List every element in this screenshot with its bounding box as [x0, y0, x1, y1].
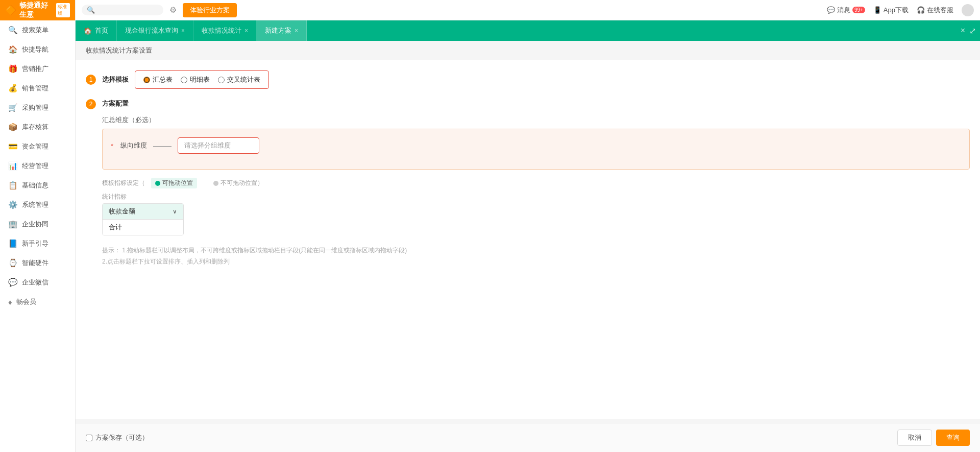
sidebar-item-basic-info[interactable]: 📋基础信息 [0, 176, 75, 195]
tab-new-plan-close[interactable]: × [295, 27, 298, 34]
radio-summary[interactable]: 汇总表 [143, 75, 173, 84]
finance-icon: 💳 [8, 142, 18, 151]
query-button[interactable]: 查询 [936, 430, 970, 446]
tab-bank-flow[interactable]: 现金银行流水查询 × [117, 20, 193, 41]
message-label: 消息 [837, 6, 850, 15]
sidebar-item-system[interactable]: ⚙️系统管理 [0, 195, 75, 215]
industry-plan-button[interactable]: 体验行业方案 [183, 3, 237, 17]
enterprise-label: 企业协同 [22, 220, 48, 229]
finance-label: 资金管理 [22, 142, 48, 151]
sidebar-item-marketing[interactable]: 🎁营销推广 [0, 59, 75, 79]
online-support-button[interactable]: 🎧 在线客服 [917, 6, 953, 15]
radio-detail-input[interactable] [181, 77, 187, 83]
system-icon: ⚙️ [8, 200, 18, 209]
tab-bank-flow-close[interactable]: × [181, 27, 185, 34]
sidebar-nav: 🔍搜索菜单🏠快捷导航🎁营销推广💰销售管理🛒采购管理📦库存核算💳资金管理📊经营管理… [0, 20, 75, 452]
newbie-icon: 📘 [8, 239, 18, 248]
member-label: 畅会员 [16, 297, 36, 306]
sidebar-item-operation[interactable]: 📊经营管理 [0, 156, 75, 176]
window-close-icon[interactable]: × [961, 26, 965, 35]
sidebar-item-newbie[interactable]: 📘新手引导 [0, 234, 75, 253]
dimension-selector[interactable]: 请选择分组维度 [178, 137, 259, 154]
content-area: 收款情况统计方案设置 1 选择模板 汇总表 明细表 [76, 41, 980, 452]
logo-icon: 🔶 [5, 5, 16, 16]
sidebar-item-member[interactable]: ♦畅会员 [0, 292, 75, 312]
stat-table-header[interactable]: 收款金额 ∨ [103, 204, 183, 220]
main-card: 1 选择模板 汇总表 明细表 交叉统计表 [76, 60, 980, 419]
sidebar-item-wechat[interactable]: 💬企业微信 [0, 273, 75, 292]
window-maximize-icon[interactable]: ⤢ [969, 26, 976, 36]
step1-row: 1 选择模板 汇总表 明细表 交叉统计表 [86, 70, 970, 89]
app-label: App下载 [884, 6, 909, 15]
vertical-dim-label: 纵向维度 [120, 141, 147, 150]
purchase-label: 采购管理 [22, 103, 48, 112]
dimension-section-label: 汇总维度（必选） [102, 115, 970, 125]
app-download-button[interactable]: 📱 App下载 [873, 6, 909, 15]
tab-bank-flow-label: 现金银行流水查询 [125, 26, 178, 35]
topbar: 🔍 ⚙ 体验行业方案 💬 消息 99+ 📱 App下载 🎧 在线客服 [76, 0, 980, 20]
sidebar-item-purchase[interactable]: 🛒采购管理 [0, 98, 75, 117]
main-area: 🔍 ⚙ 体验行业方案 💬 消息 99+ 📱 App下载 🎧 在线客服 [76, 0, 980, 452]
page-title: 收款情况统计方案设置 [76, 41, 980, 60]
sidebar-item-sales[interactable]: 💰销售管理 [0, 79, 75, 98]
search-input[interactable] [98, 7, 149, 14]
avatar-icon [962, 4, 974, 16]
sidebar-item-search-menu[interactable]: 🔍搜索菜单 [0, 20, 75, 40]
tab-receipt-stats-label: 收款情况统计 [202, 26, 241, 35]
cancel-button[interactable]: 取消 [897, 430, 932, 446]
tab-home-label: 首页 [95, 26, 108, 35]
smart-hw-label: 智能硬件 [22, 258, 48, 268]
settings-icon[interactable]: ⚙ [169, 5, 177, 15]
draggable-label: 可拖动位置 [162, 179, 193, 187]
tab-home[interactable]: 🏠 首页 [76, 20, 117, 41]
sidebar-item-enterprise[interactable]: 🏢企业协同 [0, 215, 75, 234]
app-icon: 📱 [873, 6, 881, 14]
radio-detail[interactable]: 明细表 [181, 75, 210, 84]
sales-label: 销售管理 [22, 84, 48, 93]
non-draggable-badge: 不可拖动位置） [209, 178, 267, 188]
stat-table-subtotal: 合计 [103, 220, 183, 235]
radio-summary-input[interactable] [143, 77, 150, 83]
template-options: 汇总表 明细表 交叉统计表 [135, 70, 269, 89]
support-icon: 🎧 [917, 6, 925, 14]
save-label-text: 方案保存（可选） [95, 433, 149, 442]
stat-table-wrapper: 统计指标 收款金额 ∨ 合计 [102, 193, 970, 237]
radio-crosstab-label: 交叉统计表 [227, 75, 260, 84]
tab-receipt-stats-close[interactable]: × [244, 27, 248, 34]
sidebar-item-quick-nav[interactable]: 🏠快捷导航 [0, 40, 75, 59]
step2-content: 汇总维度（必选） * 纵向维度 —— 请选择分组维度 模板指标设定（ [86, 115, 970, 267]
logo-text: 畅捷通好生意 [19, 1, 53, 19]
tab-receipt-stats[interactable]: 收款情况统计 × [193, 20, 257, 41]
basic-info-icon: 📋 [8, 181, 18, 190]
sidebar-item-finance[interactable]: 💳资金管理 [0, 137, 75, 156]
window-controls: × ⤢ [961, 26, 980, 36]
tips-area: 提示： 1.拖动标题栏可以调整布局，不可跨维度或指标区域拖动栏目字段(只能在同一… [102, 245, 970, 267]
messages-button[interactable]: 💬 消息 99+ [827, 6, 865, 15]
radio-crosstab[interactable]: 交叉统计表 [218, 75, 260, 84]
radio-crosstab-input[interactable] [218, 77, 225, 83]
quick-nav-label: 快捷导航 [22, 45, 48, 54]
col-dropdown-icon[interactable]: ∨ [173, 208, 177, 215]
home-icon: 🏠 [84, 27, 92, 35]
non-drag-dot [213, 181, 218, 186]
support-label: 在线客服 [927, 6, 953, 15]
sidebar-logo: 🔶 畅捷通好生意 标准版 [0, 0, 75, 20]
step2-number: 2 [86, 99, 96, 109]
sidebar-item-inventory[interactable]: 📦库存核算 [0, 117, 75, 137]
user-avatar[interactable] [962, 4, 974, 16]
tab-new-plan[interactable]: 新建方案 × [257, 20, 307, 41]
indicator-label-text: 模板指标设定（ [102, 179, 145, 187]
marketing-label: 营销推广 [22, 64, 48, 74]
search-menu-icon: 🔍 [8, 26, 18, 35]
save-option-label[interactable]: 方案保存（可选） [86, 433, 149, 442]
operation-label: 经营管理 [22, 161, 48, 171]
topbar-right: 💬 消息 99+ 📱 App下载 🎧 在线客服 [827, 4, 974, 16]
dimension-area: * 纵向维度 —— 请选择分组维度 [102, 129, 970, 170]
system-label: 系统管理 [22, 200, 48, 209]
radio-detail-label: 明细表 [190, 75, 210, 84]
save-checkbox[interactable] [86, 435, 92, 441]
sidebar-item-smart-hw[interactable]: ⌚智能硬件 [0, 253, 75, 273]
search-bar[interactable]: 🔍 [82, 5, 163, 15]
draggable-badge: 可拖动位置 [151, 178, 197, 188]
message-icon: 💬 [827, 6, 835, 14]
